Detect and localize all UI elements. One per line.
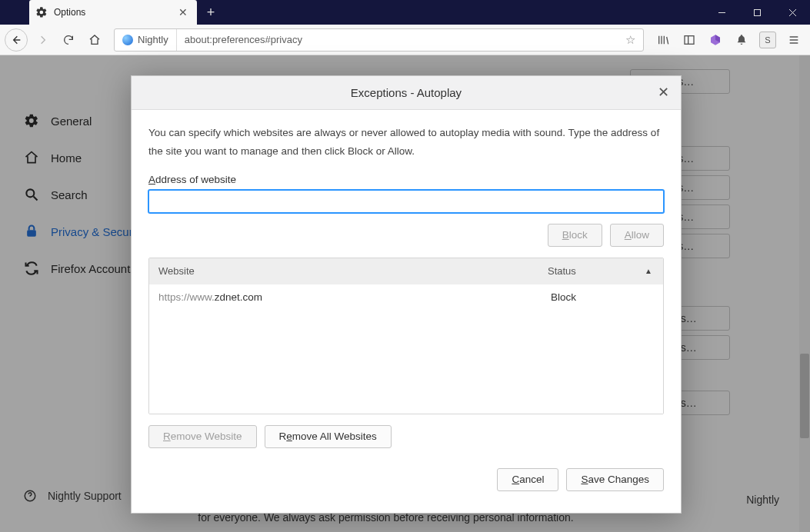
- identity-box[interactable]: Nightly: [115, 29, 177, 51]
- forward-button[interactable]: [31, 28, 54, 52]
- notifications-icon[interactable]: [730, 28, 753, 52]
- sidebar-toggle-icon[interactable]: [678, 28, 701, 52]
- reload-button[interactable]: [57, 28, 80, 52]
- dialog-header: Exceptions - Autoplay ✕: [132, 76, 681, 110]
- profile-badge: S: [759, 32, 776, 48]
- remove-website-button[interactable]: Remove Website: [148, 425, 257, 448]
- svg-rect-4: [685, 35, 694, 44]
- minimize-button[interactable]: [704, 0, 739, 25]
- nav-toolbar: Nightly about:preferences#privacy ☆ S: [0, 25, 810, 55]
- back-button[interactable]: [5, 28, 28, 52]
- svg-rect-1: [754, 9, 760, 15]
- dialog-close-button[interactable]: ✕: [653, 82, 673, 102]
- browser-tab[interactable]: Options ✕: [29, 0, 197, 25]
- allow-button[interactable]: Allow: [610, 224, 664, 247]
- site-list-header: Website Status ▲: [149, 258, 663, 284]
- home-button[interactable]: [83, 28, 106, 52]
- window-controls: [704, 0, 810, 25]
- site-list: Website Status ▲ https://www.zdnet.com B…: [148, 258, 664, 414]
- cancel-button[interactable]: Cancel: [497, 468, 558, 491]
- titlebar: Options ✕ +: [0, 0, 810, 25]
- sort-indicator-icon: ▲: [645, 267, 652, 275]
- site-row[interactable]: https://www.zdnet.com Block: [149, 284, 663, 311]
- block-button[interactable]: Block: [548, 224, 602, 247]
- column-website[interactable]: Website: [149, 265, 540, 277]
- url-bar[interactable]: Nightly about:preferences#privacy ☆: [114, 28, 644, 52]
- url-text: about:preferences#privacy: [177, 34, 618, 45]
- dialog-title: Exceptions - Autoplay: [351, 86, 462, 99]
- tab-label: Options: [54, 7, 175, 18]
- profile-button[interactable]: S: [756, 28, 779, 52]
- new-tab-button[interactable]: +: [200, 2, 222, 23]
- remove-all-websites-button[interactable]: Remove All Websites: [265, 425, 392, 448]
- preferences-page: General Home Search Privacy & Security F…: [0, 55, 810, 532]
- maximize-button[interactable]: [739, 0, 775, 25]
- library-icon[interactable]: [652, 28, 675, 52]
- identity-label: Nightly: [138, 34, 168, 45]
- dialog-description: You can specify which websites are alway…: [148, 124, 664, 161]
- cube-icon[interactable]: [704, 28, 727, 52]
- exceptions-dialog: Exceptions - Autoplay ✕ You can specify …: [131, 75, 682, 514]
- address-label: Address of website: [148, 174, 664, 185]
- gear-icon: [35, 6, 48, 18]
- tab-close-button[interactable]: ✕: [175, 6, 191, 18]
- address-input[interactable]: [148, 190, 664, 213]
- firefox-icon: [122, 35, 133, 45]
- bookmark-star-icon[interactable]: ☆: [618, 33, 643, 47]
- site-list-body[interactable]: https://www.zdnet.com Block: [149, 284, 663, 414]
- column-status[interactable]: Status ▲: [540, 265, 663, 277]
- save-changes-button[interactable]: Save Changes: [566, 468, 664, 491]
- site-status: Block: [540, 291, 663, 303]
- app-menu-button[interactable]: [782, 28, 805, 52]
- close-window-button[interactable]: [775, 0, 810, 25]
- site-url: https://www.zdnet.com: [149, 291, 540, 303]
